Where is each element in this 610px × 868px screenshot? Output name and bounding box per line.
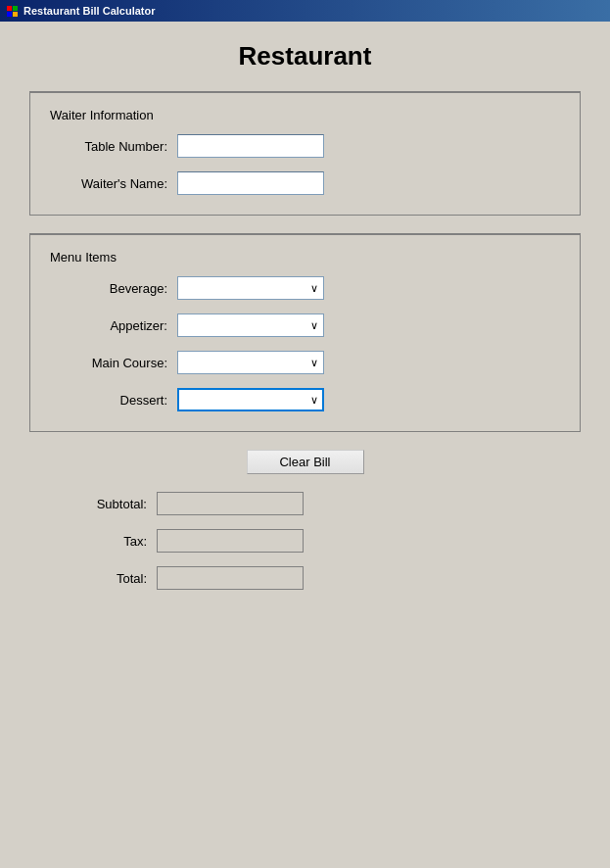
clear-bill-button[interactable]: Clear Bill <box>247 450 364 474</box>
total-input <box>157 566 304 590</box>
menu-items-section: Menu Items Beverage: Appetizer: Main Cou… <box>29 233 581 432</box>
waiter-section-label: Waiter Information <box>50 108 560 122</box>
tax-label: Tax: <box>59 534 157 549</box>
total-label: Total: <box>59 571 157 586</box>
subtotal-input <box>157 492 304 515</box>
dessert-label: Dessert: <box>50 393 177 408</box>
app-icon <box>4 3 20 19</box>
total-row: Total: <box>59 566 551 590</box>
appetizer-select[interactable] <box>177 313 324 337</box>
appetizer-row: Appetizer: <box>50 313 560 337</box>
waiter-name-row: Waiter's Name: <box>50 171 560 195</box>
beverage-select[interactable] <box>177 276 324 300</box>
tax-input <box>157 529 304 553</box>
waiter-information-section: Waiter Information Table Number: Waiter'… <box>29 91 581 216</box>
clear-bill-section: Clear Bill <box>29 450 581 474</box>
beverage-label: Beverage: <box>50 281 177 296</box>
table-number-row: Table Number: <box>50 134 560 158</box>
dessert-select[interactable] <box>177 388 324 411</box>
main-course-select-wrapper <box>177 351 324 374</box>
page-title: Restaurant <box>29 41 581 72</box>
appetizer-label: Appetizer: <box>50 318 177 333</box>
table-number-input[interactable] <box>177 134 324 158</box>
main-course-select[interactable] <box>177 351 324 374</box>
beverage-row: Beverage: <box>50 276 560 300</box>
main-course-label: Main Course: <box>50 356 177 370</box>
tax-row: Tax: <box>59 529 551 553</box>
title-bar: Restaurant Bill Calculator <box>0 0 610 22</box>
totals-section: Subtotal: Tax: Total: <box>29 492 581 590</box>
dessert-select-wrapper <box>177 388 324 411</box>
subtotal-label: Subtotal: <box>59 497 157 511</box>
title-bar-text: Restaurant Bill Calculator <box>23 5 155 17</box>
main-course-row: Main Course: <box>50 351 560 374</box>
dessert-row: Dessert: <box>50 388 560 411</box>
menu-section-label: Menu Items <box>50 250 560 265</box>
table-number-label: Table Number: <box>50 139 177 154</box>
beverage-select-wrapper <box>177 276 324 300</box>
waiter-name-input[interactable] <box>177 171 324 195</box>
subtotal-row: Subtotal: <box>59 492 551 515</box>
window-body: Restaurant Waiter Information Table Numb… <box>0 22 610 623</box>
appetizer-select-wrapper <box>177 313 324 337</box>
waiter-name-label: Waiter's Name: <box>50 176 177 191</box>
